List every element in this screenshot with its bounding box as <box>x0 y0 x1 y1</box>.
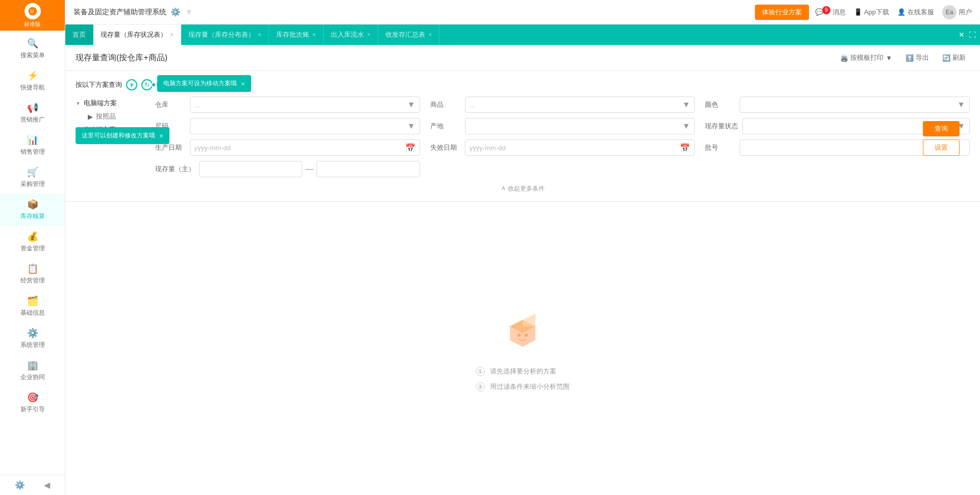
tooltip-create-close[interactable]: × <box>159 132 163 140</box>
scheme-child-label: 按照品 <box>96 112 116 121</box>
sidebar-item-purchase[interactable]: 🛒 采购管理 <box>0 161 65 194</box>
tab-inventory-dist-label: 现存量（库存分布表） <box>188 30 255 39</box>
expand-arrow-pc: ▼ <box>76 101 81 106</box>
range-separator: — <box>305 164 313 174</box>
tooltip-dot <box>151 82 156 87</box>
experience-btn[interactable]: 体验行业方案 <box>755 5 809 20</box>
filter-row-prod-date: 生产日期 yyyy-mm-dd 📅 <box>155 139 420 156</box>
tab-inventory-dist[interactable]: 现存量（库存分布表） × <box>181 25 269 45</box>
sidebar-item-marketing[interactable]: 📢 营销推广 <box>0 97 65 129</box>
filter-select-size[interactable]: ▼ <box>190 118 420 134</box>
search-icon: 🔍 <box>27 38 38 49</box>
filter-date-expire[interactable]: yyyy-mm-dd 📅 <box>465 139 695 156</box>
tab-inventory-status[interactable]: 现存量（库存状况表） × <box>93 25 181 45</box>
logo-icon: 好 <box>24 3 41 19</box>
empty-tips: ① 请先选择要分析的方案 ② 用过滤条件来缩小分析范围 <box>476 365 570 393</box>
filter-select-color[interactable]: ▼ <box>740 97 970 113</box>
scheme-item-pc[interactable]: ▼ 电脑端方案 <box>76 97 147 110</box>
collapse-bar[interactable]: ∧ 收起更多条件 <box>76 184 970 193</box>
tab-inventory-dist-close[interactable]: × <box>258 31 261 38</box>
filter-add-btn[interactable]: + <box>126 79 137 90</box>
sidebar-item-guide[interactable]: ⚡ 快捷导航 <box>0 65 65 97</box>
tab-fullscreen-icon[interactable]: ⛶ <box>969 31 976 39</box>
filter-range-stock-from[interactable] <box>199 161 302 177</box>
filter-select-goods[interactable]: ... ▼ <box>465 97 695 113</box>
inventory-icon: 📦 <box>27 199 38 210</box>
topbar-system: 装备及固定资产辅助管理系统 ⚙️ ▼ <box>74 7 749 17</box>
filter-label-warehouse: 仓库 <box>155 100 186 109</box>
sidebar-item-label-inventory: 库存核算 <box>20 212 45 221</box>
topbar: 装备及固定资产辅助管理系统 ⚙️ ▼ 体验行业方案 💬 9 消息 📱 App下载… <box>65 0 980 25</box>
sidebar-item-system[interactable]: ⚙️ 系统管理 <box>0 322 65 355</box>
topbar-app-download[interactable]: 📱 App下载 <box>854 8 889 17</box>
sidebar-item-assets[interactable]: 💰 资金管理 <box>0 226 65 258</box>
filter-row-size: 尺码 ▼ <box>155 118 420 134</box>
tab-receive-summary-close[interactable]: × <box>428 31 432 38</box>
svg-point-6 <box>525 334 528 337</box>
tab-receive-summary[interactable]: 收发存汇总表 × <box>378 25 439 45</box>
print-icon: 🖨️ <box>840 54 848 62</box>
sidebar-item-label-purchase: 采购管理 <box>20 180 45 188</box>
system-name: 装备及固定资产辅助管理系统 <box>74 8 166 17</box>
sidebar-item-sales[interactable]: 📊 销售管理 <box>0 129 65 161</box>
refresh-btn[interactable]: 🔄 刷新 <box>938 51 970 64</box>
assets-icon: 💰 <box>27 231 38 242</box>
company-icon: 🏢 <box>27 360 38 371</box>
tabs-bar-actions: ✕ ⛶ <box>954 31 980 39</box>
filter-range-stock-to[interactable] <box>316 161 420 177</box>
tab-inventory-status-close[interactable]: × <box>170 31 174 38</box>
filter-row-goods: 商品 ... ▼ <box>430 97 695 113</box>
sidebar-item-label-guide: 快捷导航 <box>20 83 45 92</box>
calendar-icon-prod: 📅 <box>405 143 415 153</box>
sidebar-item-label-beginner: 新手引导 <box>20 405 45 414</box>
sidebar-item-ops[interactable]: 📋 经营管理 <box>0 258 65 290</box>
tooltip-pc-close[interactable]: × <box>241 80 245 88</box>
tab-close-all-icon[interactable]: ✕ <box>959 31 965 39</box>
sidebar-nav: 🔍 搜索菜单 ⚡ 快捷导航 📢 营销推广 📊 销售管理 🛒 采购管理 📦 库存核… <box>0 31 65 475</box>
query-button[interactable]: 查询 <box>923 121 960 136</box>
tab-inout-flow-label: 出入库流水 <box>331 30 364 39</box>
sidebar-item-search[interactable]: 🔍 搜索菜单 <box>0 33 65 65</box>
tab-batch-ledger-close[interactable]: × <box>312 31 316 38</box>
scheme-tree: ▼ 电脑端方案 ▶ 按照品 ▶ 移动端方案 这里可以创建和修改方案哦 × <box>76 97 147 177</box>
tab-receive-summary-label: 收发存汇总表 <box>385 30 425 39</box>
purchase-icon: 🛒 <box>27 167 38 178</box>
print-btn[interactable]: 🖨️ 按模板打印 ▼ <box>836 51 896 64</box>
tip-text-1: 请先选择要分析的方案 <box>490 365 556 378</box>
topbar-gear-icon[interactable]: ⚙️ <box>170 7 181 17</box>
beginner-icon: 🎯 <box>27 392 38 403</box>
sidebar-item-company[interactable]: 🏢 企业协同 <box>0 355 65 387</box>
tooltip-create: 这里可以创建和修改方案哦 × <box>76 127 169 144</box>
page-header: 现存量查询(按仓库+商品) 🖨️ 按模板打印 ▼ ⬆️ 导出 🔄 刷新 <box>65 45 980 71</box>
sidebar-item-label-system: 系统管理 <box>20 341 45 349</box>
collapse-sidebar-btn[interactable]: ◀ <box>44 480 50 490</box>
sidebar-item-label-ops: 经营管理 <box>20 276 45 285</box>
tooltip-pc: 电脑方案可设为移动方案哦 × <box>157 75 251 92</box>
refresh-label: 刷新 <box>952 53 966 62</box>
tab-batch-ledger[interactable]: 库存批次账 × <box>269 25 324 45</box>
topbar-online-service[interactable]: 👤 在线客服 <box>897 8 934 17</box>
filter-row-color: 颜色 ▼ <box>705 97 970 113</box>
sidebar-item-basic[interactable]: 🗂️ 基础信息 <box>0 290 65 322</box>
set-button[interactable]: 设置 <box>923 139 960 156</box>
user-label: 用户 <box>959 8 972 17</box>
scheme-item-pc-child[interactable]: ▶ 按照品 <box>76 110 147 123</box>
sidebar-item-beginner[interactable]: 🎯 新手引导 <box>0 387 65 419</box>
tip-num-2: ② <box>476 382 485 391</box>
topbar-user[interactable]: Ea 用户 <box>942 5 972 19</box>
tab-home[interactable]: 首页 <box>65 25 93 45</box>
filter-select-warehouse[interactable]: ... ▼ <box>190 97 420 113</box>
filter-date-prod[interactable]: yyyy-mm-dd 📅 <box>190 139 420 156</box>
ops-icon: 📋 <box>27 263 38 274</box>
sidebar-item-label-company: 企业协同 <box>20 373 45 382</box>
settings-footer-icon[interactable]: ⚙️ <box>15 480 25 490</box>
export-btn[interactable]: ⬆️ 导出 <box>901 51 933 64</box>
tab-inout-flow[interactable]: 出入库流水 × <box>324 25 378 45</box>
sidebar: 好 标准版 🔍 搜索菜单 ⚡ 快捷导航 📢 营销推广 📊 销售管理 🛒 采购管理… <box>0 0 65 495</box>
sidebar-item-inventory[interactable]: 📦 库存核算 <box>0 194 65 226</box>
topbar-notification[interactable]: 💬 9 消息 <box>815 8 846 17</box>
filter-select-origin[interactable]: ▼ <box>465 118 695 134</box>
filter-grid-row1: 仓库 ... ▼ 商品 ... ▼ <box>155 97 970 177</box>
sidebar-footer: ⚙️ ◀ <box>0 475 65 495</box>
tab-inout-flow-close[interactable]: × <box>367 31 371 38</box>
